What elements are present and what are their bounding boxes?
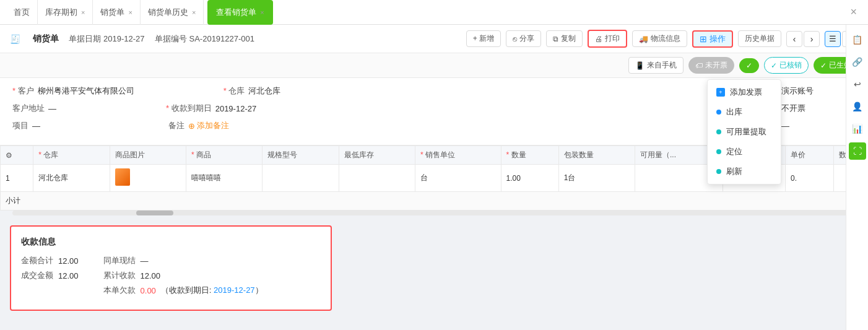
invoice-icon: + <box>716 88 725 97</box>
col-pkg-qty: 包装数量 <box>558 146 635 165</box>
address-label: 客户地址 <box>12 103 45 114</box>
payment-date-field: 收款到期日 2019-12-27 <box>166 103 290 114</box>
refresh-item[interactable]: 刷新 <box>708 162 781 181</box>
cancelled-status-button[interactable]: ✓ 已核销 <box>764 57 809 74</box>
same-order-label: 同单现结 <box>103 255 136 266</box>
grid-icon: ⊞ <box>700 34 707 44</box>
locate-icon <box>716 149 721 154</box>
tab-view-sales[interactable]: 查看销货单 × <box>207 0 272 25</box>
customer-label: 客户 <box>12 85 34 97</box>
salesperson-value: 演示账号 <box>781 85 856 97</box>
arrears-value: 0.00 <box>141 286 156 295</box>
truck-icon: 🚚 <box>639 35 648 43</box>
sidebar-link-icon[interactable]: 🔗 <box>849 53 866 71</box>
row-product: 嘻嘻嘻嘻 <box>186 165 262 192</box>
payment-info-row-1: 金额合计 12.00 同单现结 — <box>21 255 321 266</box>
sidebar-chart-icon[interactable]: 📊 <box>849 120 866 137</box>
add-remark-button[interactable]: ⊕ 添加备注 <box>188 120 229 131</box>
tab-inventory-init[interactable]: 库存期初 × <box>38 0 93 25</box>
col-sales-unit: 销售单位 <box>415 146 501 165</box>
next-button[interactable]: › <box>804 31 820 47</box>
sidebar-expand-icon[interactable]: ⛶ <box>849 142 866 160</box>
close-sales-order[interactable]: × <box>128 9 132 16</box>
tab-bar: 首页 库存期初 × 销货单 × 销货单历史 × 查看销货单 × × <box>0 0 868 25</box>
payment-info-row-3: 成交金额 12.00 本单欠款 0.00 （收款到期日: 2019-12-27） <box>21 285 321 296</box>
warehouse-label: 仓库 <box>224 85 245 97</box>
subtotal-label: 小计 <box>1 192 868 211</box>
doc-number-label: 单据编号 SA-20191227-001 <box>155 33 255 45</box>
col-product: 商品 <box>186 146 262 165</box>
col-image: 商品图片 <box>110 146 186 165</box>
copy-button[interactable]: ⧉ 复制 <box>546 30 583 47</box>
warehouse-field: 仓库 河北仓库 <box>224 85 323 97</box>
tab-sales-order[interactable]: 销货单 × <box>93 0 140 25</box>
sidebar-return-icon[interactable]: ↩ <box>849 76 866 93</box>
from-phone-button[interactable]: 📱 来自手机 <box>628 57 684 74</box>
doc-type-label: 销货单 <box>33 33 59 45</box>
check-circle-icon: ✓ <box>771 61 777 70</box>
col-settings[interactable]: ⚙ <box>1 146 33 165</box>
confirm-button[interactable]: ✓ <box>739 58 759 73</box>
window-close-button[interactable]: × <box>845 6 862 19</box>
locate-item[interactable]: 定位 <box>708 142 781 162</box>
arrears-item: 本单欠款 0.00 （收款到期日: 2019-12-27） <box>103 285 263 296</box>
col-spec: 规格型号 <box>263 146 339 165</box>
row-image <box>110 165 186 192</box>
print-icon: 🖨 <box>595 35 602 43</box>
row-sales-unit: 台 <box>415 165 501 192</box>
available-qty-item[interactable]: 可用量提取 <box>708 122 781 142</box>
check-effective-icon: ✓ <box>820 61 827 70</box>
row-qty: 1.00 <box>501 165 558 192</box>
total-amount-item: 金额合计 12.00 <box>21 255 79 266</box>
toolbar-row: 📱 来自手机 🏷 未开票 ✓ ✓ 已核销 ✓ 已生效 <box>0 53 868 78</box>
doc-actions: + 新增 ⎋ 分享 ⧉ 复制 🖨 打印 🚚 物流信息 ⊞ 操作 历 <box>466 30 858 48</box>
arrears-note: （收款到期日: 2019-12-27） <box>161 285 263 296</box>
arrears-label: 本单欠款 <box>103 285 136 296</box>
print-button[interactable]: 🖨 打印 <box>588 30 627 48</box>
due-date: 2019-12-27 <box>214 285 255 295</box>
list-view-button[interactable]: ☰ <box>825 31 841 47</box>
add-button[interactable]: + 新增 <box>466 30 501 47</box>
operation-button[interactable]: ⊞ 操作 <box>692 30 733 48</box>
sales-agent-value: — <box>781 121 856 131</box>
tab-sales-history[interactable]: 销货单历史 × <box>141 0 204 25</box>
logistics-button[interactable]: 🚚 物流信息 <box>632 30 687 47</box>
row-warehouse: 河北仓库 <box>33 165 110 192</box>
same-order-item: 同单现结 — <box>103 255 149 266</box>
close-view-sales[interactable]: × <box>260 9 264 16</box>
add-invoice-item[interactable]: + 添加发票 <box>708 82 781 102</box>
row-min-stock <box>339 165 415 192</box>
doc-date-label: 单据日期 2019-12-27 <box>69 33 145 45</box>
col-warehouse: 仓库 <box>33 146 110 165</box>
not-opened-button[interactable]: 🏷 未开票 <box>688 57 734 74</box>
history-button[interactable]: 历史单据 <box>738 30 781 47</box>
sidebar-user-icon[interactable]: 👤 <box>849 98 866 115</box>
project-value: — <box>32 121 106 131</box>
transaction-amount-item: 成交金额 12.00 <box>21 270 79 281</box>
tab-home[interactable]: 首页 <box>6 0 38 25</box>
col-price: 单价 <box>786 146 834 165</box>
remark-label: 备注 <box>168 120 184 131</box>
transaction-amount-value: 12.00 <box>58 271 79 280</box>
tag-icon: 🏷 <box>695 61 703 70</box>
subtotal-row: 小计 <box>1 192 868 211</box>
warehouse-value: 河北仓库 <box>248 85 323 97</box>
document-header: 🧾 销货单 单据日期 2019-12-27 单据编号 SA-20191227-0… <box>0 25 868 53</box>
available-qty-icon <box>716 129 721 134</box>
cumulative-value: 12.00 <box>141 271 161 280</box>
doc-meta: 单据日期 2019-12-27 单据编号 SA-20191227-001 <box>69 33 254 45</box>
payment-info: 收款信息 金额合计 12.00 同单现结 — 成交金额 12.00 累计收款 1… <box>10 225 332 311</box>
cumulative-item: 累计收款 12.00 <box>103 270 161 281</box>
col-qty: 数量 <box>501 146 558 165</box>
payment-date-value: 2019-12-27 <box>215 104 290 113</box>
payment-info-row-2: 成交金额 12.00 累计收款 12.00 <box>21 270 321 281</box>
close-inventory-init[interactable]: × <box>81 9 85 16</box>
out-warehouse-item[interactable]: 出库 <box>708 102 781 122</box>
close-sales-history[interactable]: × <box>192 9 196 16</box>
sidebar-doc-icon[interactable]: 📋 <box>849 31 866 48</box>
share-button[interactable]: ⎋ 分享 <box>506 30 541 47</box>
product-thumbnail <box>115 168 130 186</box>
address-value: — <box>48 104 123 113</box>
prev-button[interactable]: ‹ <box>786 31 802 47</box>
share-icon: ⎋ <box>513 35 517 43</box>
